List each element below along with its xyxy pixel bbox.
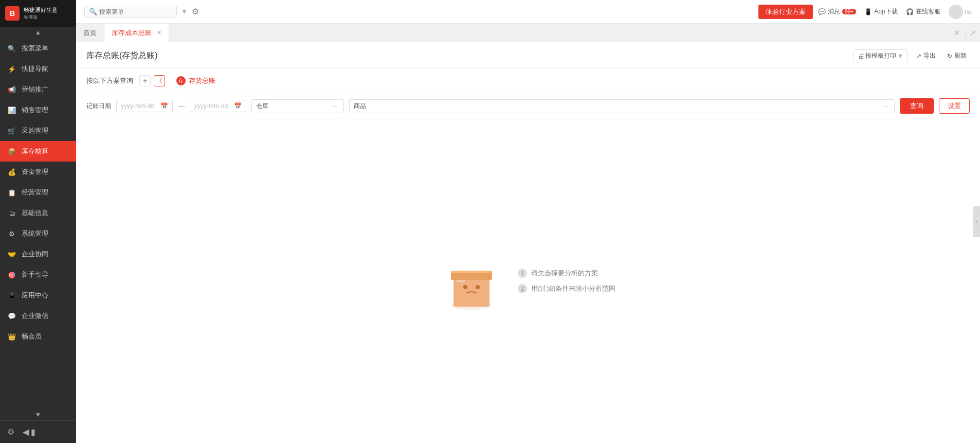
- printer-icon: 🖨: [858, 52, 864, 60]
- refresh-icon: ↻: [947, 52, 952, 60]
- page-title: 库存总账(存货总账): [86, 50, 158, 61]
- print-dropdown-icon[interactable]: ▼: [897, 52, 903, 60]
- more-icon[interactable]: ···: [329, 102, 339, 110]
- app-logo: B 畅捷通好生意 标准版: [0, 0, 76, 27]
- sidebar-item-system[interactable]: ⚙ 系统管理: [0, 223, 76, 244]
- sidebar-item-label: 企业微信: [22, 311, 48, 321]
- avatar: [949, 5, 963, 19]
- app-version: 标准版: [24, 14, 58, 21]
- capital-icon: 💰: [7, 167, 16, 176]
- sidebar-item-purchase[interactable]: 🛒 采购管理: [0, 120, 76, 141]
- export-btn[interactable]: ↗ 导出: [913, 50, 939, 62]
- sidebar-item-app-center[interactable]: 📱 应用中心: [0, 285, 76, 306]
- tab-inventory-cost[interactable]: 库存成本总账 ✕: [104, 24, 169, 42]
- sidebar-item-member[interactable]: 👑 畅会员: [0, 326, 76, 347]
- goods-more-icon[interactable]: ···: [880, 102, 890, 110]
- right-collapse-handle[interactable]: ›: [973, 206, 980, 237]
- sidebar-item-operations[interactable]: 📋 经营管理: [0, 182, 76, 203]
- scheme-item[interactable]: 存 存货总账: [171, 74, 221, 87]
- print-btn[interactable]: 🖨 按模板打印 ▼: [854, 49, 908, 62]
- goods-label: 商品: [354, 102, 366, 111]
- close-panel-btn[interactable]: ✕: [949, 29, 965, 37]
- filter-actions: ＋ 《: [139, 75, 165, 86]
- sidebar-item-inventory[interactable]: 📦 库存核算: [0, 141, 76, 162]
- inventory-icon: 📦: [7, 147, 16, 156]
- refresh-btn[interactable]: ↻ 刷新: [944, 50, 970, 62]
- sidebar-footer: ⚙ ◀ ▮: [0, 420, 76, 443]
- sidebar-scroll-down[interactable]: ▼: [0, 409, 76, 420]
- tab-close-btn[interactable]: ✕: [157, 29, 161, 36]
- sidebar-collapse-btn[interactable]: ◀ ▮: [23, 427, 35, 437]
- search-input[interactable]: [99, 8, 151, 15]
- sidebar-item-shortcut[interactable]: ⚡ 快捷导航: [0, 59, 76, 79]
- empty-hint-2: 2 用[过滤]条件来缩小分析范围: [518, 284, 615, 293]
- sidebar-item-sales[interactable]: 📊 销售管理: [0, 100, 76, 120]
- empty-illustration: [441, 250, 502, 312]
- svg-rect-6: [456, 280, 465, 282]
- messages-btn[interactable]: 💬 消息 99+: [818, 7, 856, 16]
- filter-add-btn[interactable]: ＋: [139, 75, 151, 86]
- operations-icon: 📋: [7, 188, 16, 197]
- date-start-value: yyyy-mm-dd: [121, 102, 158, 110]
- dropdown-arrow-icon[interactable]: ▼: [181, 8, 188, 15]
- shortcut-icon: ⚡: [7, 64, 16, 74]
- marketing-icon: 📢: [7, 85, 16, 94]
- sales-icon: 📊: [7, 105, 16, 115]
- svg-rect-3: [451, 271, 492, 273]
- right-arrow-icon: ›: [975, 219, 977, 224]
- query-btn[interactable]: 查询: [900, 98, 934, 114]
- filter-area: 按以下方案查询 ＋ 《 存 存货总账: [76, 68, 980, 94]
- calendar-icon[interactable]: 📅: [160, 102, 168, 110]
- topbar-search-box[interactable]: 🔍: [84, 6, 177, 17]
- phone-icon: 📱: [864, 8, 872, 15]
- sidebar-item-label: 搜索菜单: [22, 44, 48, 53]
- messages-label: 消息: [828, 7, 840, 16]
- sidebar-settings-btn[interactable]: ⚙: [7, 427, 14, 437]
- sidebar-item-search[interactable]: 🔍 搜索菜单: [0, 38, 76, 59]
- tabs-bar: 首页 库存成本总账 ✕ ✕ ⤢: [76, 24, 980, 42]
- tab-home-label: 首页: [83, 28, 97, 38]
- messages-badge: 99+: [842, 9, 856, 14]
- calendar-end-icon[interactable]: 📅: [234, 102, 242, 110]
- goods-select[interactable]: 商品 ···: [349, 99, 895, 113]
- sidebar-item-enterprise[interactable]: 🤝 企业协同: [0, 244, 76, 264]
- empty-state: 1 请先选择要分析的方案 2 用[过滤]条件来缩小分析范围: [76, 118, 980, 443]
- page-header-actions: 🖨 按模板打印 ▼ ↗ 导出 ↻ 刷新: [854, 49, 970, 62]
- industry-btn[interactable]: 体验行业方案: [758, 5, 813, 19]
- sidebar-item-label: 新手引导: [22, 270, 48, 279]
- sidebar-item-marketing[interactable]: 📢 营销推广: [0, 79, 76, 100]
- app-center-icon: 📱: [7, 291, 16, 300]
- date-end-input[interactable]: yyyy-mm-dd 📅: [190, 100, 246, 112]
- topbar-settings-icon[interactable]: ⚙: [192, 7, 199, 16]
- topbar: 🔍 ▼ ⚙ 体验行业方案 💬 消息 99+ 📱 App下载 🎧 在线客服: [76, 0, 980, 24]
- sidebar-item-label: 快捷导航: [22, 64, 48, 74]
- member-icon: 👑: [7, 332, 16, 341]
- date-label: 记账日期: [86, 102, 111, 111]
- date-start-input[interactable]: yyyy-mm-dd 📅: [116, 100, 173, 112]
- warehouse-select[interactable]: 仓库 ···: [251, 99, 344, 113]
- sidebar-item-label: 库存核算: [22, 147, 48, 156]
- sidebar-item-wechat[interactable]: 💬 企业微信: [0, 306, 76, 326]
- sidebar-item-newbie[interactable]: 🎯 新手引导: [0, 264, 76, 285]
- topbar-search-area: 🔍 ▼ ⚙: [84, 6, 753, 17]
- sidebar-item-capital[interactable]: 💰 资金管理: [0, 162, 76, 182]
- sidebar-scroll-up[interactable]: ▲: [0, 27, 76, 38]
- filter-collapse-btn[interactable]: 《: [154, 75, 165, 86]
- main-area: 🔍 ▼ ⚙ 体验行业方案 💬 消息 99+ 📱 App下载 🎧 在线客服: [76, 0, 980, 443]
- filter-label: 按以下方案查询: [86, 76, 133, 85]
- resize-panel-btn[interactable]: ⤢: [965, 29, 980, 37]
- wechat-icon: 💬: [7, 311, 16, 321]
- svg-rect-1: [453, 278, 489, 307]
- app-name: 畅捷通好生意: [24, 6, 58, 14]
- sidebar-item-basics[interactable]: 🗂 基础信息: [0, 203, 76, 223]
- app-download-btn[interactable]: 📱 App下载: [864, 7, 897, 16]
- sidebar-item-label: 经营管理: [22, 188, 48, 197]
- basics-icon: 🗂: [7, 208, 16, 218]
- online-support-btn[interactable]: 🎧 在线客服: [906, 7, 940, 16]
- settings-btn[interactable]: 设置: [939, 98, 970, 114]
- sidebar-nav: 🔍 搜索菜单 ⚡ 快捷导航 📢 营销推广 📊 销售管理 🛒 采购管理 📦 库存核…: [0, 38, 76, 409]
- print-label: 按模板打印: [865, 51, 896, 60]
- enterprise-icon: 🤝: [7, 250, 16, 259]
- tab-home[interactable]: 首页: [76, 24, 104, 42]
- user-avatar-area[interactable]: Rit: [949, 5, 972, 19]
